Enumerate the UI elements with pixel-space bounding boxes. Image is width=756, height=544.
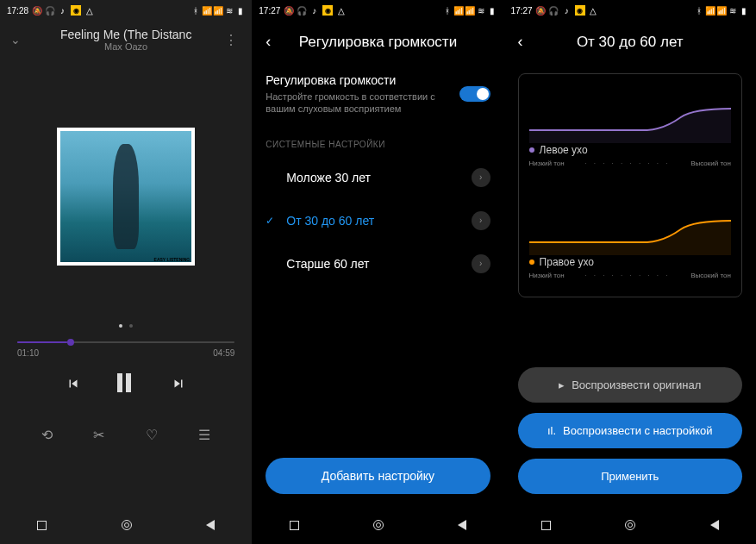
album-art-container: MAX OAZO FEELING ME THE DISTANCE & IGI R… (0, 128, 252, 266)
wifi-icon: ≋ (477, 6, 486, 16)
back-button[interactable] (710, 520, 719, 530)
home-button[interactable] (122, 520, 132, 530)
back-button[interactable] (206, 520, 215, 530)
chevron-right-icon: › (472, 254, 490, 273)
chevron-right-icon: › (472, 168, 490, 187)
collapse-button[interactable]: ⌄ (10, 33, 28, 47)
equalizer-icon: ıl. (547, 424, 556, 437)
right-ear-label: Правое ухо (540, 256, 594, 268)
player-header: ⌄ Feeling Me (The Distanc Max Oazo ⋮ (0, 21, 252, 59)
note-icon: ♪ (309, 6, 319, 16)
setting-label: Регулировка громкости (266, 73, 448, 87)
app-badge-icon: ◉ (71, 5, 81, 16)
album-label-text: EASY LISTENING (154, 257, 191, 262)
bluetooth-icon: ᚼ (191, 6, 200, 16)
status-time: 17:28 (7, 6, 28, 16)
repeat-button[interactable]: ⟲ (41, 427, 53, 443)
triangle-icon: △ (84, 6, 94, 16)
wifi-icon: ≋ (728, 6, 738, 16)
headphone-icon: 🎧 (549, 6, 559, 16)
dnd-icon: 🔕 (536, 6, 546, 16)
high-tone-label: Высокий тон (690, 159, 731, 167)
playback-controls (0, 373, 252, 394)
apply-button[interactable]: Применить (518, 459, 742, 494)
age-option-under-30[interactable]: ✓ Моложе 30 лет › (252, 156, 503, 199)
age-option-30-60[interactable]: ✓ От 30 до 60 лет › (252, 199, 503, 242)
back-button[interactable]: ‹ (518, 33, 523, 51)
volume-settings-screen: 17:27 🔕 🎧 ♪ ◉ △ ᚼ 📶 📶 ≋ ▮ ‹ Регулировка … (252, 0, 503, 544)
hearing-header: ‹ От 30 до 60 лет (504, 21, 756, 63)
button-label: Воспроизвести с настройкой (563, 424, 712, 437)
chevron-right-icon: › (472, 211, 490, 230)
home-button[interactable] (625, 520, 635, 530)
progress-area: 01:10 04:59 (0, 331, 252, 365)
pause-button[interactable] (117, 373, 134, 394)
cut-button[interactable]: ✂ (93, 427, 104, 443)
previous-button[interactable] (66, 376, 81, 391)
battery-icon: ▮ (740, 6, 749, 16)
app-badge-icon: ◉ (575, 5, 585, 16)
seek-bar[interactable] (17, 341, 234, 343)
triangle-icon: △ (589, 6, 598, 16)
time-total: 04:59 (213, 348, 234, 358)
back-button[interactable] (458, 520, 466, 530)
more-button[interactable]: ⋮ (224, 32, 241, 48)
volume-toggle[interactable] (459, 86, 490, 102)
play-icon: ▸ (559, 378, 565, 391)
secondary-actions: ⟲ ✂ ♡ ☰ (0, 427, 252, 443)
setting-description: Настройте громкость в соответствии с ваш… (266, 91, 448, 116)
play-original-button[interactable]: ▸ Воспроизвести оригинал (518, 367, 742, 403)
headphone-icon: 🎧 (297, 6, 306, 16)
battery-icon: ▮ (235, 6, 245, 16)
button-stack: ▸ Воспроизвести оригинал ıl. Воспроизвес… (504, 367, 756, 494)
age-option-over-60[interactable]: ✓ Старше 60 лет › (252, 242, 503, 285)
signal-icon: 📶 (202, 6, 211, 16)
recent-apps-button[interactable] (37, 521, 47, 530)
option-label: Моложе 30 лет (286, 171, 462, 184)
bluetooth-icon: ᚼ (695, 6, 704, 16)
favorite-button[interactable]: ♡ (146, 427, 158, 443)
recent-apps-button[interactable] (541, 521, 551, 530)
track-title: Feeling Me (The Distanc (34, 28, 217, 41)
wifi-icon: ≋ (224, 6, 234, 16)
signal-icon: 📶 (717, 6, 727, 16)
settings-header: ‹ Регулировка громкости (252, 21, 503, 63)
time-elapsed: 01:10 (17, 348, 39, 358)
signal-icon: 📶 (454, 6, 464, 16)
page-dots[interactable] (0, 316, 252, 331)
dnd-icon: 🔕 (32, 6, 41, 16)
next-button[interactable] (171, 376, 186, 391)
music-player-screen: 17:28 🔕 🎧 ♪ ◉ △ ᚼ 📶 📶 ≋ ▮ ⌄ Feeling Me (… (0, 0, 252, 544)
low-tone-label: Низкий тон (529, 159, 565, 167)
nav-bar (504, 506, 756, 544)
status-bar: 17:27 🔕 🎧 ♪ ◉ △ ᚼ 📶 📶 ≋ ▮ (252, 0, 503, 21)
button-label: Воспроизвести оригинал (572, 378, 701, 391)
volume-adjust-toggle-row: Регулировка громкости Настройте громкост… (252, 63, 503, 126)
signal-icon: 📶 (213, 6, 222, 16)
play-custom-button[interactable]: ıl. Воспроизвести с настройкой (518, 413, 742, 448)
dnd-icon: 🔕 (284, 6, 293, 16)
queue-button[interactable]: ☰ (198, 427, 210, 443)
note-icon: ♪ (58, 6, 67, 16)
status-time: 17:27 (511, 6, 533, 16)
home-button[interactable] (373, 520, 384, 530)
recent-apps-button[interactable] (290, 521, 299, 530)
page-title: От 30 до 60 лет (534, 34, 727, 51)
back-button[interactable]: ‹ (266, 33, 271, 51)
status-time: 17:27 (259, 6, 280, 16)
page-title: Регулировка громкости (281, 34, 474, 51)
dot-2 (129, 324, 133, 328)
nav-bar (252, 506, 503, 544)
status-bar: 17:28 🔕 🎧 ♪ ◉ △ ᚼ 📶 📶 ≋ ▮ (0, 0, 252, 21)
option-label: От 30 до 60 лет (286, 214, 462, 228)
app-badge-icon: ◉ (322, 5, 333, 16)
note-icon: ♪ (562, 6, 572, 16)
left-ear-dot-icon (529, 147, 534, 153)
hearing-chart: Левое ухо Низкий тон · · · · · · · · · ·… (518, 73, 742, 297)
right-ear-section: Правое ухо Низкий тон · · · · · · · · · … (529, 203, 731, 298)
left-ear-section: Левое ухо Низкий тон · · · · · · · · · ·… (529, 91, 731, 186)
album-art[interactable]: MAX OAZO FEELING ME THE DISTANCE & IGI R… (57, 128, 195, 266)
button-label: Применить (601, 470, 659, 483)
triangle-icon: △ (336, 6, 346, 16)
add-setting-button[interactable]: Добавить настройку (266, 458, 490, 494)
